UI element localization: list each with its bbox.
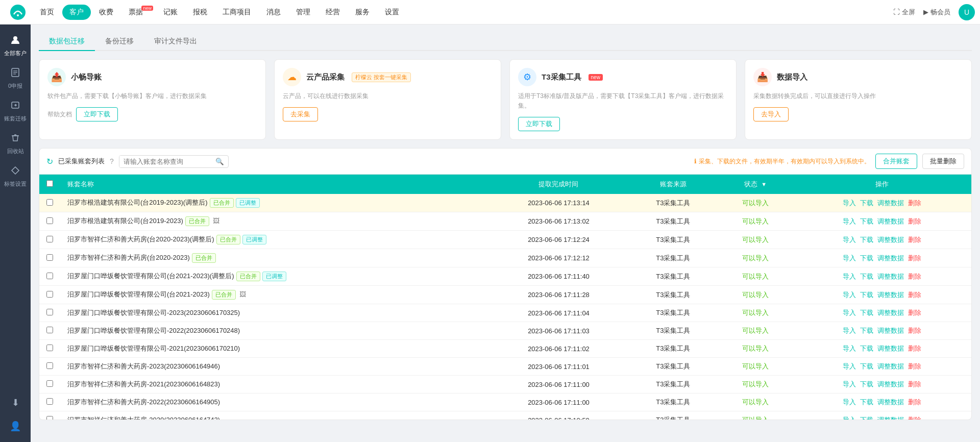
delete-btn[interactable]: 删除	[908, 236, 921, 243]
delete-btn[interactable]: 删除	[908, 199, 921, 207]
nav-manage[interactable]: 管理	[289, 5, 317, 20]
row-checkbox[interactable]	[46, 254, 53, 261]
sidebar-item-all-customers[interactable]: 全部客户	[0, 30, 31, 62]
delete-btn[interactable]: 删除	[908, 327, 921, 334]
row-checkbox[interactable]	[46, 217, 53, 224]
avatar[interactable]: U	[959, 4, 975, 20]
download-btn[interactable]: 下载	[860, 273, 873, 280]
nav-ticket[interactable]: 票据new	[121, 5, 155, 20]
import-btn[interactable]: 导入	[843, 291, 856, 299]
tab-backup-migrate[interactable]: 备份迁移	[95, 33, 144, 51]
sidebar-item-download[interactable]: ⬇	[7, 392, 24, 413]
nav-tax[interactable]: 报税	[186, 5, 214, 20]
download-btn[interactable]: 下载	[860, 345, 873, 352]
delete-btn[interactable]: 删除	[908, 416, 921, 420]
status-sort-icon[interactable]: ▼	[761, 181, 767, 187]
row-checkbox[interactable]	[46, 416, 53, 420]
import-btn[interactable]: 导入	[843, 236, 856, 243]
fullscreen-btn[interactable]: ⛶ 全屏	[893, 8, 915, 17]
xiaochang-download-btn[interactable]: 立即下载	[76, 107, 118, 121]
adjust-data-btn[interactable]: 调整数据	[877, 416, 904, 420]
t3-download-btn[interactable]: 立即下载	[518, 117, 560, 131]
yuncp-collect-btn[interactable]: 去采集	[283, 107, 318, 121]
download-btn[interactable]: 下载	[860, 217, 873, 225]
member-btn[interactable]: ▶ 畅会员	[923, 8, 950, 17]
row-checkbox[interactable]	[46, 327, 53, 333]
row-checkbox[interactable]	[46, 309, 53, 315]
nav-bizproject[interactable]: 工商项目	[215, 5, 258, 20]
download-btn[interactable]: 下载	[860, 199, 873, 207]
delete-btn[interactable]: 删除	[908, 273, 921, 280]
import-btn[interactable]: 导入	[843, 199, 856, 207]
delete-btn[interactable]: 删除	[908, 217, 921, 225]
adjust-data-btn[interactable]: 调整数据	[877, 217, 904, 225]
row-checkbox[interactable]	[46, 273, 53, 279]
row-checkbox[interactable]	[46, 236, 53, 242]
nav-message[interactable]: 消息	[259, 5, 288, 20]
row-checkbox[interactable]	[46, 362, 53, 369]
batch-delete-btn[interactable]: 批量删除	[922, 154, 964, 169]
adjust-data-btn[interactable]: 调整数据	[877, 309, 904, 316]
delete-btn[interactable]: 删除	[908, 254, 921, 262]
download-btn[interactable]: 下载	[860, 236, 873, 243]
download-btn[interactable]: 下载	[860, 254, 873, 262]
adjust-data-btn[interactable]: 调整数据	[877, 380, 904, 388]
nav-settings[interactable]: 设置	[378, 5, 406, 20]
row-checkbox[interactable]	[46, 345, 53, 351]
adjust-data-btn[interactable]: 调整数据	[877, 362, 904, 370]
nav-bookkeeping[interactable]: 记账	[156, 5, 185, 20]
row-checkbox[interactable]	[46, 291, 53, 298]
search-button[interactable]: 🔍	[211, 156, 228, 167]
row-checkbox[interactable]	[46, 398, 53, 405]
sidebar-item-zero-report[interactable]: 0申报	[0, 62, 31, 95]
dataimport-import-btn[interactable]: 去导入	[753, 107, 789, 121]
download-btn[interactable]: 下载	[860, 362, 873, 370]
nav-operation[interactable]: 经营	[318, 5, 347, 20]
import-btn[interactable]: 导入	[843, 309, 856, 316]
row-checkbox[interactable]	[46, 380, 53, 387]
import-btn[interactable]: 导入	[843, 398, 856, 406]
tab-data-package[interactable]: 数据包迁移	[39, 33, 95, 51]
import-btn[interactable]: 导入	[843, 380, 856, 388]
delete-btn[interactable]: 删除	[908, 398, 921, 406]
xiaochang-help-link[interactable]: 帮助文档	[47, 110, 72, 119]
download-btn[interactable]: 下载	[860, 416, 873, 420]
row-checkbox[interactable]	[46, 199, 53, 206]
adjust-data-btn[interactable]: 调整数据	[877, 291, 904, 299]
adjust-data-btn[interactable]: 调整数据	[877, 273, 904, 280]
search-input[interactable]	[119, 156, 211, 167]
import-btn[interactable]: 导入	[843, 254, 856, 262]
sidebar-item-user-profile[interactable]: 👤	[7, 415, 24, 437]
logo[interactable]	[5, 4, 31, 20]
delete-btn[interactable]: 删除	[908, 345, 921, 352]
delete-btn[interactable]: 删除	[908, 309, 921, 316]
adjust-data-btn[interactable]: 调整数据	[877, 327, 904, 334]
sidebar-item-tags[interactable]: 标签设置	[0, 160, 31, 193]
tab-audit-export[interactable]: 审计文件导出	[144, 33, 207, 51]
merge-accounts-btn[interactable]: 合并账套	[875, 154, 917, 169]
delete-btn[interactable]: 删除	[908, 291, 921, 299]
adjust-data-btn[interactable]: 调整数据	[877, 345, 904, 352]
import-btn[interactable]: 导入	[843, 327, 856, 334]
download-btn[interactable]: 下载	[860, 398, 873, 406]
import-btn[interactable]: 导入	[843, 217, 856, 225]
delete-btn[interactable]: 删除	[908, 380, 921, 388]
nav-fee[interactable]: 收费	[92, 5, 120, 20]
adjust-data-btn[interactable]: 调整数据	[877, 254, 904, 262]
nav-home[interactable]: 首页	[33, 5, 61, 20]
download-btn[interactable]: 下载	[860, 327, 873, 334]
nav-customer[interactable]: 客户	[62, 5, 91, 20]
sidebar-item-account-migrate[interactable]: 账套迁移	[0, 95, 31, 128]
download-btn[interactable]: 下载	[860, 309, 873, 316]
adjust-data-btn[interactable]: 调整数据	[877, 398, 904, 406]
import-btn[interactable]: 导入	[843, 416, 856, 420]
delete-btn[interactable]: 删除	[908, 362, 921, 370]
adjust-data-btn[interactable]: 调整数据	[877, 199, 904, 207]
adjust-data-btn[interactable]: 调整数据	[877, 236, 904, 243]
refresh-icon[interactable]: ↻	[46, 157, 53, 166]
import-btn[interactable]: 导入	[843, 362, 856, 370]
download-btn[interactable]: 下载	[860, 380, 873, 388]
nav-service[interactable]: 服务	[348, 5, 377, 20]
import-btn[interactable]: 导入	[843, 345, 856, 352]
select-all-checkbox[interactable]	[46, 180, 53, 187]
